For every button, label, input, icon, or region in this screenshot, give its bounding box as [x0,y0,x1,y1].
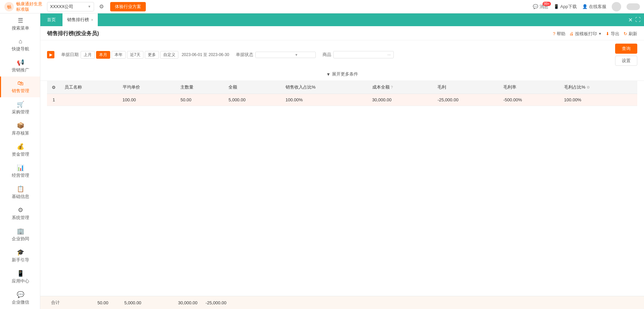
date-filter: 单据日期 上月 本月 本年 近7天 更多 自定义 2023-06-01 至 20… [61,51,229,59]
sidebar-item-operations[interactable]: 📊 经营管理 [0,161,40,182]
sidebar-item-enterprise[interactable]: 🏢 企业协同 [0,224,40,245]
date-btn-last-month[interactable]: 上月 [81,51,95,59]
col-employee: 员工名称 [60,81,119,94]
filter-area: ▶ 单据日期 上月 本月 本年 近7天 更多 自定义 2023-06-01 至 … [40,40,644,81]
message-icon: 💬 [533,4,538,9]
sidebar-item-system[interactable]: ⚙ 系统管理 [0,203,40,224]
app-icon: 📱 [554,4,559,9]
sidebar-item-finance[interactable]: 💰 资金管理 [0,140,40,161]
filter-toggle-arrow[interactable]: ▶ [47,51,54,58]
export-icon: ⬇ [606,31,609,36]
user-switch[interactable] [627,3,640,10]
status-label: 单据状态 [236,52,253,58]
sidebar-item-guide[interactable]: 🎓 新手引导 [0,245,40,266]
date-range-text: 2023-06-01 至 2023-06-30 [182,52,229,58]
gross-pct-icon: ⚙ [587,85,590,89]
sidebar-item-search[interactable]: ☰ 搜索菜单 [0,13,40,35]
status-select[interactable]: ▼ [255,52,316,58]
row-rank: 1 [47,94,60,106]
logo-icon: 畅 [4,2,14,12]
expand-chevron-icon: ▼ [326,72,331,77]
status-filter: 单据状态 ▼ [236,52,316,58]
date-label: 单据日期 [61,52,79,58]
settings-button[interactable]: 设置 [615,56,637,66]
print-chevron-icon: ▼ [598,32,602,36]
basic-info-icon: 📋 [17,185,24,193]
tab-expand-icon[interactable]: ⛶ [635,17,641,23]
top-bar: 畅 畅康通好生意 标准版 XXXXX公司 ▼ ⚙ 体验行业方案 💬 消息 99+… [0,0,644,13]
row-total-amount: 5,000.00 [224,94,281,106]
tab-close-all-icon[interactable]: ✕ [628,17,633,23]
sidebar-item-sales[interactable]: 🛍 销售管理 [0,76,40,97]
online-service-item[interactable]: 👤 在线客服 [582,4,606,10]
goods-label: 商品 [323,52,331,58]
wechat-icon: 💬 [17,291,24,298]
date-btn-more[interactable]: 更多 [145,51,159,59]
inventory-icon: 📦 [17,122,24,129]
main-layout: ☰ 搜索菜单 ⌂ 快捷导航 📢 营销推广 🛍 销售管理 🛒 采购管理 📦 库存核… [0,13,644,309]
sidebar-item-basic-info[interactable]: 📋 基础信息 [0,182,40,203]
row-employee [60,94,119,106]
row-main-qty: 50.00 [176,94,224,106]
help-icon: ? [553,31,555,36]
goods-filter: 商品 ··· [323,51,394,58]
sidebar-item-marketing[interactable]: 📢 营销推广 [0,55,40,76]
sidebar-item-app-center[interactable]: 📱 应用中心 [0,266,40,288]
app-download-item[interactable]: 📱 App下载 [554,4,577,10]
content-area: 首页 销售排行榜 × ✕ ⛶ 销售排行榜(按业务员) ? 帮助 [40,13,644,309]
export-button[interactable]: ⬇ 导出 [606,31,619,37]
goods-more-icon[interactable]: ··· [387,52,391,57]
tab-bar-right: ✕ ⛶ [628,17,644,23]
col-sales-pct: 销售收入占比% [282,81,368,94]
home-icon: ⌂ [19,38,23,45]
date-btn-current-month[interactable]: 本月 [96,51,110,59]
message-item[interactable]: 💬 消息 99+ [533,4,548,10]
date-btn-custom[interactable]: 自定义 [160,51,178,59]
query-button[interactable]: 查询 [615,44,637,54]
sidebar-item-purchase[interactable]: 🛒 采购管理 [0,97,40,118]
footer-total-amount: 5,000.00 [120,300,147,305]
sidebar-item-inventory[interactable]: 📦 库存核算 [0,118,40,140]
tab-sales-rank[interactable]: 销售排行榜 × [62,13,98,26]
expand-button[interactable]: ▼ 展开更多条件 [326,71,358,77]
purchase-icon: 🛒 [17,101,24,108]
finance-icon: 💰 [17,143,24,150]
col-gross-pct: 毛利占比% ⚙ [560,81,637,94]
col-gross-profit: 毛利 [433,81,499,94]
data-table: ⚙ 员工名称 平均单价 主数量 [47,81,637,106]
avatar[interactable] [612,2,621,11]
marketing-icon: 📢 [17,59,24,66]
page-content: 销售排行榜(按业务员) ? 帮助 🖨 按模板打印 ▼ ⬇ 导出 [40,26,644,309]
logo: 畅 畅康通好生意 标准版 [4,1,44,12]
tab-home[interactable]: 首页 [40,13,62,26]
sidebar-item-wechat[interactable]: 💬 企业微信 [0,288,40,309]
date-btn-7days[interactable]: 近7天 [127,51,143,59]
date-btn-current-year[interactable]: 本年 [112,51,126,59]
print-icon: 🖨 [569,31,574,36]
enterprise-icon: 🏢 [17,227,24,235]
refresh-button[interactable]: ↻ 刷新 [624,31,637,37]
table-header-row: ⚙ 员工名称 平均单价 主数量 [47,81,637,94]
settings-icon[interactable]: ⚙ [97,2,106,11]
refresh-icon: ↻ [624,31,627,36]
goods-input[interactable]: ··· [333,51,394,58]
cost-help-icon[interactable]: ? [391,85,393,89]
sidebar: ☰ 搜索菜单 ⌂ 快捷导航 📢 营销推广 🛍 销售管理 🛒 采购管理 📦 库存核… [0,13,40,309]
tab-close-icon[interactable]: × [91,18,93,22]
print-button[interactable]: 🖨 按模板打印 ▼ [569,31,602,37]
help-button[interactable]: ? 帮助 [553,31,565,37]
logo-text: 畅康通好生意 标准版 [16,1,42,12]
sidebar-item-quick-nav[interactable]: ⌂ 快捷导航 [0,35,40,55]
sales-icon: 🛍 [17,80,24,87]
company-selector[interactable]: XXXXX公司 ▼ [47,2,94,11]
col-gross-rate: 毛利率 [499,81,560,94]
status-chevron-icon: ▼ [295,53,313,57]
message-badge: 99+ [543,2,551,6]
row-avg-price: 100.00 [119,94,177,106]
system-icon: ⚙ [18,206,23,214]
col-cost-amount: 成本全额 ? [368,81,434,94]
company-name: XXXXX公司 [50,4,86,10]
col-settings-icon[interactable]: ⚙ [52,85,56,90]
row-gross-pct: 100.00% [560,94,637,106]
trial-button[interactable]: 体验行业方案 [110,2,146,11]
